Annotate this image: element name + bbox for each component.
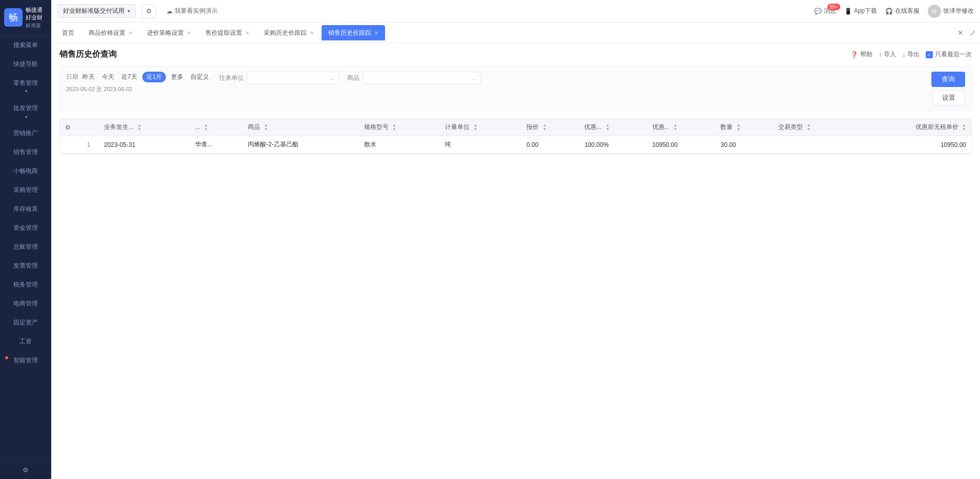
tab-price-set-label: 商品价格设置 — [89, 29, 125, 37]
tab-sales-history-close[interactable]: ✕ — [374, 30, 378, 36]
row-discount2-cell: 10950.00 — [647, 136, 716, 154]
tab-purchase-strategy[interactable]: 进价策略设置 ✕ — [140, 25, 198, 40]
date-more[interactable]: 更多 — [169, 72, 185, 82]
export-icon: ↓ — [902, 51, 905, 58]
help-button[interactable]: ❓ 帮助 — [850, 50, 872, 59]
date-last7[interactable]: 近7天 — [119, 72, 139, 82]
sidebar-item-ecommerce-small[interactable]: 小畅电商 — [0, 162, 51, 181]
filter-action-buttons: 查询 设置 — [931, 72, 965, 105]
topbar: 好业财标准版交付试用 ▾ ⚙ ☁ 我要看实例演示 💬 消息 99+ 📱 App下… — [51, 0, 980, 23]
version-selector[interactable]: 好业财标准版交付试用 ▾ — [57, 4, 136, 18]
sidebar-item-inventory[interactable]: 库存核算 — [0, 200, 51, 219]
tab-home[interactable]: 首页 — [55, 25, 81, 40]
gear-icon: ⚙ — [146, 7, 152, 15]
sidebar-item-wholesale[interactable]: 批发管理▴ — [0, 99, 51, 124]
sidebar-item-smart[interactable]: 智能管理 — [0, 351, 51, 370]
supplier-input[interactable]: ... — [247, 72, 339, 84]
sidebar-item-purchase[interactable]: 采购管理 — [0, 181, 51, 200]
logo-icon: 畅 — [4, 8, 23, 27]
main-area: 好业财标准版交付试用 ▾ ⚙ ☁ 我要看实例演示 💬 消息 99+ 📱 App下… — [51, 0, 980, 479]
tab-close-all-icon[interactable]: ✕ — [957, 29, 964, 37]
sort-more-icon: ▲▼ — [204, 123, 208, 132]
col-pretax-price-header[interactable]: 优惠前无税单价 ▲▼ — [855, 119, 971, 136]
supplier-label: 往来单位 — [219, 74, 244, 82]
tab-sales-history[interactable]: 销售历史价跟踪 ✕ — [322, 25, 385, 40]
sidebar: 畅 畅捷通好业财 标准版 搜索菜单 快捷导航 零售管理▾ 批发管理▴ 营销推广 … — [0, 0, 51, 479]
sort-trade-type-icon: ▲▼ — [807, 123, 811, 132]
tab-purchase-history[interactable]: 采购历史价跟踪 ✕ — [257, 25, 321, 40]
col-discount2-header[interactable]: 优惠... ▲▼ — [647, 119, 716, 136]
sidebar-item-sales[interactable]: 销售管理 — [0, 143, 51, 162]
col-discount1-header[interactable]: 优惠... ▲▼ — [579, 119, 647, 136]
tab-purchase-strategy-close[interactable]: ✕ — [187, 30, 191, 36]
message-button[interactable]: 💬 消息 99+ — [814, 7, 836, 15]
online-service-button[interactable]: 🎧 在线客服 — [885, 7, 920, 15]
product-filter-group: 商品 ... — [347, 72, 481, 84]
sort-unit-icon: ▲▼ — [474, 123, 478, 132]
sidebar-item-finance[interactable]: 资金管理 — [0, 219, 51, 237]
col-price-header[interactable]: 报价 ▲▼ — [521, 119, 579, 136]
date-yesterday[interactable]: 昨天 — [80, 72, 97, 82]
product-picker-icon[interactable]: ... — [472, 74, 477, 81]
export-button[interactable]: ↓ 导出 — [902, 50, 920, 59]
topbar-right: 💬 消息 99+ 📱 App下载 🎧 在线客服 徐 徐泽华修改 — [814, 5, 974, 18]
tab-sale-price-label: 售价提取设置 — [205, 29, 242, 37]
page-header: 销售历史价查询 ❓ 帮助 ↑ 导入 ↓ 导出 ✓ 只看最后一次 — [59, 49, 972, 60]
tab-price-set[interactable]: 商品价格设置 ✕ — [82, 25, 139, 40]
supplier-filter-group: 往来单位 ... — [219, 72, 339, 84]
sidebar-item-retail[interactable]: 零售管理▾ — [0, 74, 51, 99]
import-button[interactable]: ↑ 导入 — [879, 50, 896, 59]
data-table: ⚙ 业务发生... ▲▼ ... ▲▼ 商品 ▲▼ — [59, 118, 972, 154]
col-product-header[interactable]: 商品 ▲▼ — [243, 119, 358, 136]
date-range-display: 2023-05-02 至 2023-06-02 — [66, 85, 211, 93]
app-download-button[interactable]: 📱 App下载 — [844, 7, 877, 15]
row-price-cell: 0.00 — [521, 136, 579, 154]
sort-discount2-icon: ▲▼ — [673, 123, 677, 132]
sidebar-search[interactable]: 搜索菜单 — [0, 36, 51, 55]
col-qty-header[interactable]: 数量 ▲▼ — [715, 119, 773, 136]
tab-expand-icon[interactable]: ⤢ — [970, 29, 976, 37]
sort-qty-icon: ▲▼ — [737, 123, 741, 132]
settings-button[interactable]: 设置 — [932, 90, 965, 105]
message-badge: 99+ — [827, 4, 840, 10]
col-spec-header[interactable]: 规格型号 ▲▼ — [359, 119, 440, 136]
sidebar-item-general-ledger[interactable]: 总账管理 — [0, 237, 51, 256]
row-unit-cell: 吨 — [440, 136, 521, 154]
sidebar-settings-icon[interactable]: ⚙ — [0, 461, 51, 479]
page-actions: ❓ 帮助 ↑ 导入 ↓ 导出 ✓ 只看最后一次 — [850, 50, 972, 59]
topbar-gear-button[interactable]: ⚙ — [142, 4, 156, 18]
tab-purchase-history-close[interactable]: ✕ — [310, 30, 314, 36]
col-more-header[interactable]: ... ▲▼ — [190, 119, 243, 136]
sidebar-item-payroll[interactable]: 工资 — [0, 332, 51, 351]
supplier-picker-icon[interactable]: ... — [329, 74, 334, 81]
sidebar-item-tax[interactable]: 税务管理 — [0, 275, 51, 294]
content-area: 销售历史价查询 ❓ 帮助 ↑ 导入 ↓ 导出 ✓ 只看最后一次 — [51, 43, 980, 479]
table-gear-icon[interactable]: ⚙ — [65, 124, 71, 131]
sidebar-item-assets[interactable]: 固定资产 — [0, 313, 51, 332]
query-button[interactable]: 查询 — [931, 72, 965, 87]
sidebar-quick-nav[interactable]: 快捷导航 — [0, 55, 51, 74]
sidebar-item-marketing[interactable]: 营销推广 — [0, 124, 51, 143]
sidebar-logo: 畅 畅捷通好业财 标准版 — [0, 0, 51, 36]
date-last1month[interactable]: 近1月 — [142, 72, 166, 82]
help-icon: ❓ — [850, 51, 858, 58]
date-custom[interactable]: 自定义 — [188, 72, 211, 82]
col-trade-type-header[interactable]: 交易类型 ▲▼ — [773, 119, 855, 136]
date-today[interactable]: 今天 — [100, 72, 116, 82]
product-input[interactable]: ... — [363, 72, 481, 84]
sidebar-item-ecommerce[interactable]: 电商管理 — [0, 294, 51, 313]
table-row[interactable]: 1 2023-05-31 华查... 丙烯酸-2-乙基己酯 散水 吨 0.00 … — [60, 136, 971, 154]
col-unit-header[interactable]: 计量单位 ▲▼ — [440, 119, 521, 136]
tab-price-set-close[interactable]: ✕ — [129, 30, 133, 36]
last-only-checkbox[interactable]: ✓ 只看最后一次 — [926, 50, 972, 59]
tab-sale-price-close[interactable]: ✕ — [245, 30, 249, 36]
demo-button[interactable]: ☁ 我要看实例演示 — [166, 7, 218, 15]
user-menu-button[interactable]: 徐 徐泽华修改 — [928, 5, 974, 18]
tab-sale-price[interactable]: 售价提取设置 ✕ — [199, 25, 256, 40]
row-qty-cell: 30.00 — [715, 136, 773, 154]
tab-sales-history-label: 销售历史价跟踪 — [328, 29, 371, 37]
col-date-header[interactable]: 业务发生... ▲▼ — [99, 119, 190, 136]
sidebar-item-invoice[interactable]: 发票管理 — [0, 256, 51, 275]
mobile-icon: 📱 — [844, 8, 852, 15]
table-header-row: ⚙ 业务发生... ▲▼ ... ▲▼ 商品 ▲▼ — [60, 119, 971, 136]
